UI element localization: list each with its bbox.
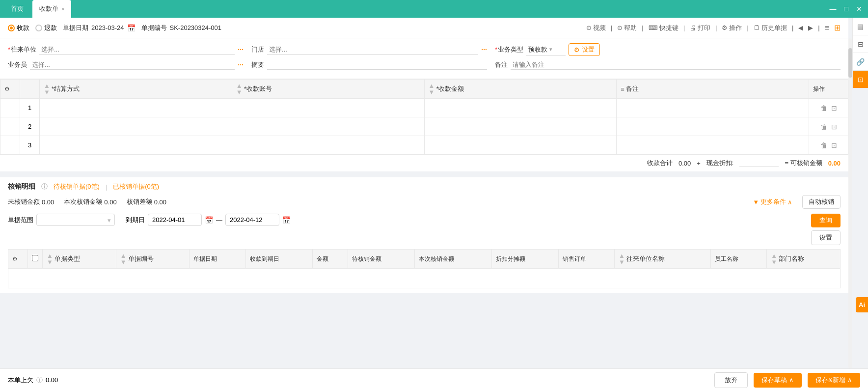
td-account-3[interactable] xyxy=(232,136,424,155)
auto-verify-button[interactable]: 自动核销 xyxy=(802,195,841,209)
help-btn[interactable]: ⊙ 帮助 xyxy=(617,24,637,32)
more-conditions-btn[interactable]: ▼ 更多条件 ∧ xyxy=(753,197,792,206)
account-input-2[interactable] xyxy=(232,117,424,136)
panel-btn-4[interactable]: ⊡ xyxy=(853,71,868,88)
history-btn[interactable]: 🗒 历史单据 xyxy=(754,24,787,32)
td-remark-2[interactable] xyxy=(617,117,809,136)
date-from-input[interactable] xyxy=(148,214,202,226)
bth-checkbox[interactable] xyxy=(28,250,43,269)
pending-tab[interactable]: 待核销单据(0笔) xyxy=(54,182,100,191)
remark-input-2[interactable] xyxy=(617,117,809,136)
td-settle-1[interactable] xyxy=(40,99,232,117)
td-account-1[interactable] xyxy=(232,99,424,117)
amount-input-1[interactable] xyxy=(425,99,617,117)
settle-input-2[interactable] xyxy=(40,117,232,136)
settle-input-3[interactable] xyxy=(40,136,232,154)
store-ellipsis-btn[interactable]: ··· xyxy=(481,46,487,54)
amount-input-2[interactable] xyxy=(425,117,617,136)
partner-input[interactable] xyxy=(39,45,235,55)
shortcut-btn[interactable]: ⌨ 快捷键 xyxy=(649,24,678,32)
nav-right-btn[interactable]: ▶ xyxy=(808,24,813,31)
remark-input-3[interactable] xyxy=(617,136,809,154)
td-amount-2[interactable] xyxy=(424,117,617,136)
maximize-button[interactable]: □ xyxy=(842,5,850,13)
print-icon: 🖨 xyxy=(690,24,696,31)
settings-small-button[interactable]: 设置 xyxy=(811,230,841,245)
biz-type-select[interactable]: 预收款 ▾ xyxy=(526,44,566,56)
staff-input[interactable] xyxy=(30,60,235,70)
operate-btn[interactable]: ⚙ 操作 xyxy=(722,24,742,32)
print-btn[interactable]: 🖨 打印 xyxy=(690,24,710,32)
td-amount-3[interactable] xyxy=(424,136,617,155)
td-remark-3[interactable] xyxy=(617,136,809,155)
query-button[interactable]: 查询 xyxy=(811,214,841,227)
bottom-table: ⚙ ▲▼ 单据类型 ▲▼ 单据编号 单据日期 xyxy=(8,249,841,288)
discount-input[interactable] xyxy=(739,159,779,167)
td-remark-1[interactable] xyxy=(617,99,809,117)
copy-icon-3[interactable]: ⊡ xyxy=(831,141,837,149)
panel-btn-1[interactable]: ▤ xyxy=(853,18,868,35)
td-amount-1[interactable] xyxy=(424,99,617,117)
summary-input[interactable] xyxy=(267,60,487,70)
info-icon-footer[interactable]: ⓘ xyxy=(36,376,43,385)
date-from-icon[interactable]: 📅 xyxy=(205,216,213,224)
ai-badge[interactable]: Ai xyxy=(856,297,868,312)
partner-ellipsis-btn[interactable]: ··· xyxy=(238,46,244,54)
tab-active[interactable]: 收款单 × xyxy=(32,0,71,18)
save-new-button[interactable]: 保存&新增 ∧ xyxy=(808,373,860,388)
range-select[interactable] xyxy=(36,214,115,226)
num-label: 单据编号 xyxy=(141,24,167,32)
unverified-label: 未核销金额 xyxy=(8,197,40,206)
radio-group: 收款 退款 xyxy=(8,24,57,32)
minimize-button[interactable]: — xyxy=(828,5,839,13)
date-to-icon[interactable]: 📅 xyxy=(282,216,291,224)
delete-icon-2[interactable]: 🗑 xyxy=(820,123,827,131)
date-range-field: 到期日 📅 — 📅 xyxy=(126,214,291,226)
td-settle-3[interactable] xyxy=(40,136,232,155)
radio-tuikuan-circle xyxy=(35,25,42,31)
th-remark: ≡ 备注 xyxy=(617,80,809,99)
amount-input-3[interactable] xyxy=(425,136,617,154)
remark-input[interactable] xyxy=(511,60,841,70)
date-value: 2023-03-24 xyxy=(91,24,124,31)
staff-label: 业务员 xyxy=(8,60,27,69)
panel-btn-2[interactable]: ⊟ xyxy=(853,35,868,53)
delete-icon-3[interactable]: 🗑 xyxy=(820,141,827,149)
remark-input-1[interactable] xyxy=(617,99,809,117)
store-input[interactable] xyxy=(267,45,478,55)
copy-icon-2[interactable]: ⊡ xyxy=(831,123,837,131)
radio-shoukuan[interactable]: 收款 xyxy=(8,24,29,32)
settings-button[interactable]: ⚙ 设置 xyxy=(569,43,600,56)
discard-button[interactable]: 放弃 xyxy=(714,372,748,388)
td-settle-2[interactable] xyxy=(40,117,232,136)
staff-ellipsis-btn[interactable]: ··· xyxy=(238,61,244,69)
nav-left-btn[interactable]: ◀ xyxy=(798,24,803,31)
date-to-input[interactable] xyxy=(225,214,279,226)
th-gear[interactable]: ⚙ xyxy=(0,80,20,99)
operate-icon: ⚙ xyxy=(722,24,728,31)
tab-home[interactable]: 首页 xyxy=(4,0,30,18)
tab-close-icon[interactable]: × xyxy=(61,0,64,18)
radio-tuikuan[interactable]: 退款 xyxy=(35,24,57,32)
verify-info-icon[interactable]: ⓘ xyxy=(41,182,48,191)
grid-icon[interactable]: ⊞ xyxy=(834,23,841,32)
copy-icon-1[interactable]: ⊡ xyxy=(831,104,837,112)
verify-header: 核销明细 ⓘ 待核销单据(0笔) | 已核销单据(0笔) xyxy=(8,182,841,191)
save-draft-button[interactable]: 保存草稿 ∧ xyxy=(754,373,802,388)
panel-btn-3[interactable]: 🔗 xyxy=(853,53,868,71)
scrollbar-thumb[interactable] xyxy=(848,48,852,78)
bth-gear[interactable]: ⚙ xyxy=(8,250,28,269)
settings-btn-label: 设置 xyxy=(582,45,595,54)
delete-icon-1[interactable]: 🗑 xyxy=(820,104,827,112)
td-account-2[interactable] xyxy=(232,117,424,136)
query-buttons: 查询 设置 xyxy=(811,214,841,245)
select-all-checkbox[interactable] xyxy=(32,255,38,261)
done-tab[interactable]: 已核销单据(0笔) xyxy=(113,182,159,191)
close-button[interactable]: ✕ xyxy=(854,5,864,13)
video-btn[interactable]: ⊙ 视频 xyxy=(586,24,606,32)
account-input-1[interactable] xyxy=(232,99,424,117)
calendar-icon[interactable]: 📅 xyxy=(127,24,136,32)
menu-icon[interactable]: ≡ xyxy=(825,24,829,32)
settle-input-1[interactable] xyxy=(40,99,232,117)
account-input-3[interactable] xyxy=(232,136,424,154)
